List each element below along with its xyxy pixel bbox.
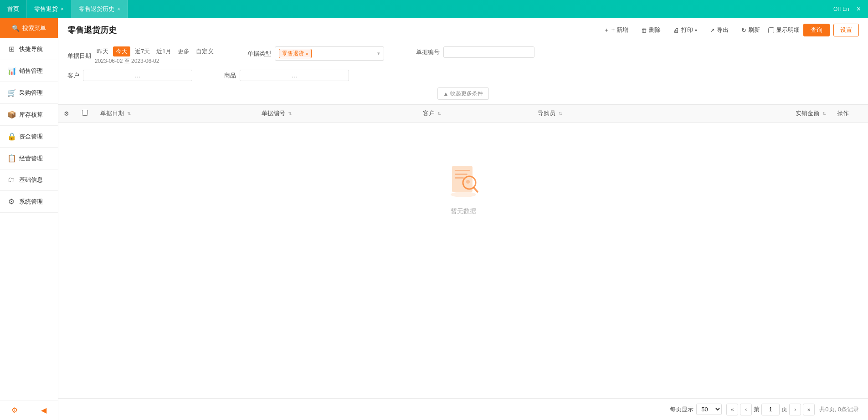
- new-button[interactable]: ＋ + 新增: [599, 24, 633, 36]
- date-1month[interactable]: 近1月: [154, 46, 173, 56]
- filter-voucher-no-item: 单据编号: [416, 46, 534, 58]
- sidebar-item-quick-nav[interactable]: ⊞ 快捷导航: [0, 38, 58, 60]
- filter-row-1: 单据日期 昨天 今天 近7天 近1月 更多 自定义 2023-06-02 至 2…: [67, 46, 859, 65]
- sidebar-item-basic-info-label: 基础信息: [19, 176, 43, 184]
- content-area: 零售退货历史 ＋ + 新增 🗑 删除 🖨 打印 ▾: [58, 18, 868, 420]
- display-detail-label: 显示明细: [776, 26, 800, 34]
- page-total: 共0页, 0条记录: [819, 405, 859, 414]
- th-guide-label: 导购员: [538, 110, 555, 117]
- table-body: 暂无数据: [58, 123, 868, 252]
- th-amount-sort-icon: ⇅: [822, 111, 826, 116]
- tab-retail-return-close[interactable]: ×: [61, 6, 64, 12]
- sidebar-item-purchase-mgmt[interactable]: 🛒 采购管理: [0, 82, 58, 104]
- date-options: 昨天 今天 近7天 近1月 更多 自定义: [95, 46, 216, 56]
- th-guide-sort-icon: ⇅: [559, 111, 562, 116]
- select-all-checkbox[interactable]: [82, 110, 88, 116]
- empty-text: 暂无数据: [451, 207, 476, 215]
- date-custom[interactable]: 自定义: [194, 46, 216, 56]
- date-yesterday[interactable]: 昨天: [95, 46, 110, 56]
- goods-input[interactable]: …: [240, 70, 349, 81]
- voucher-type-tag: 零售退货 ×: [279, 49, 311, 58]
- sidebar-item-quick-nav-label: 快捷导航: [19, 45, 43, 53]
- per-page-select[interactable]: 10 20 50 100: [696, 404, 722, 415]
- delete-label: 删除: [649, 26, 661, 34]
- th-settings[interactable]: ⚙: [58, 105, 77, 123]
- svg-rect-3: [455, 174, 467, 175]
- sidebar-search[interactable]: 🔍 搜索菜单: [0, 18, 58, 38]
- first-page-button[interactable]: «: [726, 404, 738, 415]
- operation-icon: 📋: [7, 154, 15, 163]
- sidebar-item-basic-info[interactable]: 🗂 基础信息: [0, 169, 58, 191]
- th-date[interactable]: 单据日期 ⇅: [95, 105, 256, 123]
- voucher-no-input[interactable]: [443, 46, 534, 58]
- tab-list: 首页 零售退货 × 零售退货历史 ×: [0, 0, 833, 18]
- date-more[interactable]: 更多: [176, 46, 191, 56]
- sidebar-item-operation[interactable]: 📋 经营管理: [0, 148, 58, 169]
- voucher-type-tag-close[interactable]: ×: [305, 51, 308, 56]
- date-today[interactable]: 今天: [113, 46, 130, 56]
- svg-point-0: [451, 192, 476, 197]
- sidebar-item-inventory[interactable]: 📦 库存核算: [0, 104, 58, 126]
- page-prefix: 第: [754, 405, 760, 414]
- pagination-controls: « ‹ 第 页 › »: [726, 404, 815, 415]
- sidebar-item-operation-label: 经营管理: [19, 154, 43, 163]
- tab-retail-return-history-close[interactable]: ×: [117, 6, 120, 12]
- data-table: ⚙ 单据日期 ⇅ 单据编号 ⇅: [58, 105, 868, 252]
- display-detail-checkbox[interactable]: [768, 27, 774, 33]
- th-checkbox[interactable]: [77, 105, 95, 123]
- sidebar-item-finance[interactable]: 🔒 资金管理: [0, 126, 58, 148]
- th-guide[interactable]: 导购员 ⇅: [532, 105, 670, 123]
- export-button[interactable]: ↗ 导出: [705, 24, 733, 36]
- sidebar-item-sys-mgmt[interactable]: ⚙ 系统管理: [0, 191, 58, 213]
- query-button[interactable]: 查询: [803, 24, 830, 36]
- print-icon: 🖨: [673, 27, 679, 34]
- th-customer[interactable]: 客户 ⇅: [417, 105, 532, 123]
- refresh-button[interactable]: ↻ 刷新: [737, 24, 765, 36]
- display-detail-checkbox-wrap[interactable]: 显示明细: [768, 26, 800, 34]
- sys-mgmt-icon: ⚙: [7, 197, 15, 206]
- sidebar-item-purchase-mgmt-label: 采购管理: [19, 89, 43, 97]
- sidebar-bottom: ⚙ ◀: [0, 400, 58, 420]
- setting-button[interactable]: 设置: [833, 24, 859, 36]
- sidebar-item-sales-mgmt-label: 销售管理: [19, 67, 43, 75]
- th-voucher-no[interactable]: 单据编号 ⇅: [256, 105, 417, 123]
- window-close-button[interactable]: ×: [857, 5, 861, 13]
- voucher-type-label: 单据类型: [247, 50, 271, 58]
- last-page-button[interactable]: »: [803, 404, 815, 415]
- last-page-icon: »: [807, 406, 811, 413]
- tab-retail-return-history[interactable]: 零售退货历史 ×: [72, 0, 128, 18]
- settings-bottom-icon[interactable]: ⚙: [11, 406, 18, 415]
- th-amount[interactable]: 实销金额 ⇅: [670, 105, 832, 123]
- filter-date-item: 单据日期 昨天 今天 近7天 近1月 更多 自定义 2023-06-02 至 2…: [67, 46, 216, 65]
- page-actions: ＋ + 新增 🗑 删除 🖨 打印 ▾ ↗ 导出: [599, 24, 859, 36]
- voucher-type-tag-text: 零售退货: [282, 50, 304, 57]
- svg-rect-1: [452, 166, 473, 192]
- collapse-sidebar-icon[interactable]: ◀: [41, 406, 46, 415]
- next-page-button[interactable]: ›: [789, 404, 801, 415]
- tab-home[interactable]: 首页: [0, 0, 27, 18]
- print-chevron-icon: ▾: [695, 28, 697, 33]
- filter-area: 单据日期 昨天 今天 近7天 近1月 更多 自定义 2023-06-02 至 2…: [67, 42, 859, 104]
- th-voucher-no-sort-icon: ⇅: [288, 111, 292, 116]
- page-suffix: 页: [781, 405, 787, 414]
- sidebar-item-sales-mgmt[interactable]: 📊 销售管理: [0, 60, 58, 82]
- page-number-input[interactable]: [761, 404, 780, 415]
- top-bar: 首页 零售退货 × 零售退货历史 × OfTEn ×: [0, 0, 868, 18]
- collapse-row: ▲ 收起更多条件: [67, 86, 859, 104]
- customer-input[interactable]: …: [83, 70, 192, 81]
- voucher-type-select[interactable]: 零售退货 × ▾: [275, 46, 384, 61]
- print-button[interactable]: 🖨 打印 ▾: [669, 24, 702, 36]
- table-settings-icon[interactable]: ⚙: [64, 110, 69, 117]
- filter-voucher-type-item: 单据类型 零售退货 × ▾: [247, 46, 384, 61]
- per-page-label: 每页显示: [670, 405, 693, 414]
- collapse-button[interactable]: ▲ 收起更多条件: [437, 87, 489, 100]
- main-layout: 🔍 搜索菜单 ⊞ 快捷导航 📊 销售管理 🛒 采购管理 📦 库存核算 🔒: [0, 18, 868, 420]
- export-label: 导出: [717, 26, 729, 34]
- date-7days[interactable]: 近7天: [133, 46, 152, 56]
- tab-retail-return-history-label: 零售退货历史: [79, 5, 114, 13]
- prev-page-button[interactable]: ‹: [740, 404, 752, 415]
- empty-illustration: [443, 159, 484, 200]
- th-customer-label: 客户: [423, 110, 435, 117]
- delete-button[interactable]: 🗑 删除: [637, 24, 665, 36]
- tab-retail-return[interactable]: 零售退货 ×: [27, 0, 72, 18]
